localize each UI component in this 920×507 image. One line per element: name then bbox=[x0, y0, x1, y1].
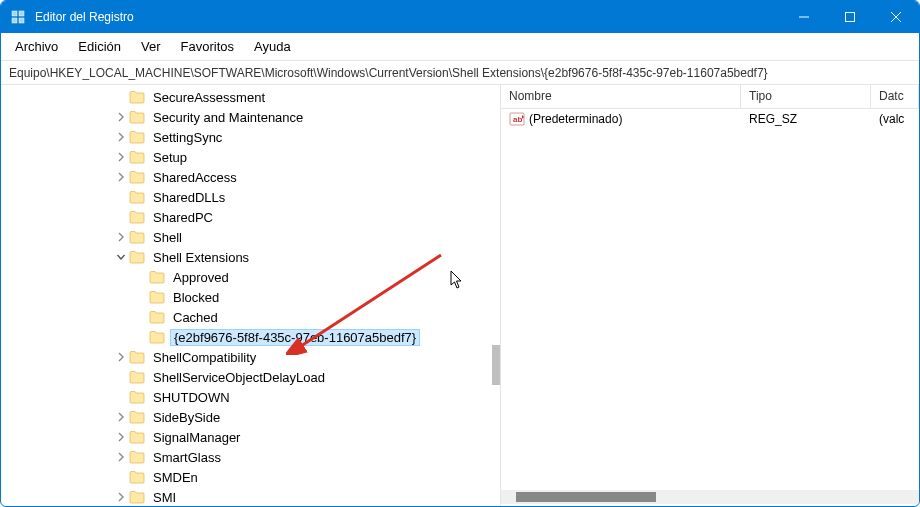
svg-rect-3 bbox=[19, 18, 24, 23]
tree-view: SecureAssessmentSecurity and Maintenance… bbox=[1, 85, 500, 506]
column-header-type[interactable]: Tipo bbox=[741, 85, 871, 108]
value-name-cell: ab(Predeterminado) bbox=[501, 109, 741, 131]
tree-item[interactable]: SharedDLLs bbox=[1, 187, 500, 207]
window-title: Editor del Registro bbox=[35, 10, 781, 24]
tree-item-label: Blocked bbox=[169, 289, 223, 306]
tree-item[interactable]: SharedAccess bbox=[1, 167, 500, 187]
svg-text:ab: ab bbox=[513, 115, 522, 124]
chevron-right-icon[interactable] bbox=[113, 129, 129, 145]
value-data-cell: (valc bbox=[871, 109, 919, 130]
tree-item[interactable]: SharedPC bbox=[1, 207, 500, 227]
tree-item[interactable]: Setup bbox=[1, 147, 500, 167]
close-button[interactable] bbox=[873, 1, 919, 33]
tree-item-label: Cached bbox=[169, 309, 222, 326]
tree-item[interactable]: SettingSync bbox=[1, 127, 500, 147]
chevron-right-icon[interactable] bbox=[113, 229, 129, 245]
address-bar[interactable]: Equipo\HKEY_LOCAL_MACHINE\SOFTWARE\Micro… bbox=[1, 61, 919, 85]
tree-item-label: SHUTDOWN bbox=[149, 389, 234, 406]
chevron-right-icon[interactable] bbox=[113, 149, 129, 165]
tree-item-label: Shell Extensions bbox=[149, 249, 253, 266]
chevron-right-icon[interactable] bbox=[113, 349, 129, 365]
tree-item-label: {e2bf9676-5f8f-435c-97eb-11607a5bedf7} bbox=[170, 329, 420, 346]
tree-item-label: SignalManager bbox=[149, 429, 244, 446]
tree-item[interactable]: ShellServiceObjectDelayLoad bbox=[1, 367, 500, 387]
tree-item-label: ShellCompatibility bbox=[149, 349, 260, 366]
tree-item-label: SharedAccess bbox=[149, 169, 241, 186]
tree-item-label: Approved bbox=[169, 269, 233, 286]
menu-ver[interactable]: Ver bbox=[131, 36, 171, 57]
tree-item[interactable]: SecureAssessment bbox=[1, 87, 500, 107]
tree-item-label: Shell bbox=[149, 229, 186, 246]
menubar: Archivo Edición Ver Favoritos Ayuda bbox=[1, 33, 919, 61]
tree-item-label: SharedPC bbox=[149, 209, 217, 226]
address-path: Equipo\HKEY_LOCAL_MACHINE\SOFTWARE\Micro… bbox=[9, 66, 768, 80]
tree-item-label: SMI bbox=[149, 489, 180, 506]
tree-item[interactable]: Shell Extensions bbox=[1, 247, 500, 267]
tree-item[interactable]: Blocked bbox=[1, 287, 500, 307]
tree-panel[interactable]: SecureAssessmentSecurity and Maintenance… bbox=[1, 85, 501, 506]
value-row[interactable]: ab(Predeterminado)REG_SZ(valc bbox=[501, 109, 919, 129]
menu-ayuda[interactable]: Ayuda bbox=[244, 36, 301, 57]
chevron-right-icon[interactable] bbox=[113, 109, 129, 125]
tree-item-label: SecureAssessment bbox=[149, 89, 269, 106]
tree-item[interactable]: {e2bf9676-5f8f-435c-97eb-11607a5bedf7} bbox=[1, 327, 500, 347]
values-list: ab(Predeterminado)REG_SZ(valc bbox=[501, 109, 919, 506]
tree-item[interactable]: Shell bbox=[1, 227, 500, 247]
column-header-name[interactable]: Nombre bbox=[501, 85, 741, 108]
tree-item[interactable]: Security and Maintenance bbox=[1, 107, 500, 127]
tree-item[interactable]: ShellCompatibility bbox=[1, 347, 500, 367]
tree-item[interactable]: SHUTDOWN bbox=[1, 387, 500, 407]
window-controls bbox=[781, 1, 919, 33]
tree-item-label: SettingSync bbox=[149, 129, 226, 146]
chevron-right-icon[interactable] bbox=[113, 449, 129, 465]
values-panel[interactable]: Nombre Tipo Datc ab(Predeterminado)REG_S… bbox=[501, 85, 919, 506]
tree-item[interactable]: Cached bbox=[1, 307, 500, 327]
svg-rect-0 bbox=[12, 11, 17, 16]
tree-item-label: Security and Maintenance bbox=[149, 109, 307, 126]
tree-item[interactable]: SMI bbox=[1, 487, 500, 506]
tree-item-label: Setup bbox=[149, 149, 191, 166]
tree-item-label: SmartGlass bbox=[149, 449, 225, 466]
svg-rect-1 bbox=[19, 11, 24, 16]
tree-item[interactable]: SideBySide bbox=[1, 407, 500, 427]
values-header: Nombre Tipo Datc bbox=[501, 85, 919, 109]
titlebar: Editor del Registro bbox=[1, 1, 919, 33]
content-area: SecureAssessmentSecurity and Maintenance… bbox=[1, 85, 919, 506]
values-horizontal-scrollbar[interactable] bbox=[501, 490, 919, 504]
chevron-down-icon[interactable] bbox=[113, 249, 129, 265]
chevron-right-icon[interactable] bbox=[113, 489, 129, 505]
tree-item-label: SMDEn bbox=[149, 469, 202, 486]
tree-item[interactable]: SignalManager bbox=[1, 427, 500, 447]
chevron-right-icon[interactable] bbox=[113, 169, 129, 185]
menu-edicion[interactable]: Edición bbox=[68, 36, 131, 57]
tree-item[interactable]: SMDEn bbox=[1, 467, 500, 487]
value-type-cell: REG_SZ bbox=[741, 109, 871, 130]
minimize-button[interactable] bbox=[781, 1, 827, 33]
tree-item-label: SideBySide bbox=[149, 409, 224, 426]
tree-item-label: ShellServiceObjectDelayLoad bbox=[149, 369, 329, 386]
chevron-right-icon[interactable] bbox=[113, 409, 129, 425]
svg-rect-5 bbox=[846, 13, 855, 22]
tree-item-label: SharedDLLs bbox=[149, 189, 229, 206]
scrollbar-thumb[interactable] bbox=[516, 492, 656, 502]
menu-favoritos[interactable]: Favoritos bbox=[171, 36, 244, 57]
registry-icon bbox=[11, 9, 27, 25]
chevron-right-icon[interactable] bbox=[113, 429, 129, 445]
tree-item[interactable]: Approved bbox=[1, 267, 500, 287]
column-header-data[interactable]: Datc bbox=[871, 85, 919, 108]
tree-item[interactable]: SmartGlass bbox=[1, 447, 500, 467]
menu-archivo[interactable]: Archivo bbox=[5, 36, 68, 57]
maximize-button[interactable] bbox=[827, 1, 873, 33]
tree-vertical-scrollbar[interactable] bbox=[492, 345, 500, 405]
svg-rect-2 bbox=[12, 18, 17, 23]
